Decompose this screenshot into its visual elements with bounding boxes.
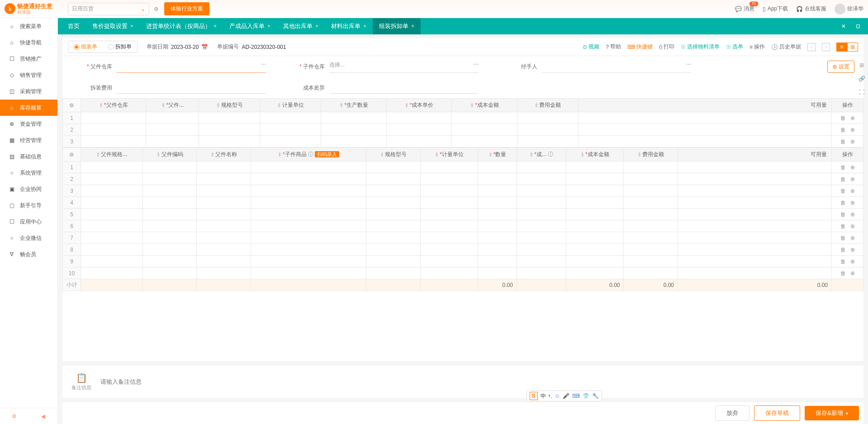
view-list-button[interactable]: ≡ (836, 43, 847, 52)
radio-assemble[interactable]: 组装单 (68, 41, 103, 52)
rail-link-icon[interactable]: 🔗 (857, 74, 866, 83)
cell[interactable] (624, 185, 678, 197)
cell[interactable] (366, 256, 420, 267)
lookup-icon[interactable]: ⋯ (261, 61, 266, 67)
sort-icon[interactable]: ▲▼ (405, 103, 409, 108)
cell[interactable] (566, 267, 624, 279)
th-可用量[interactable]: 可用量 (678, 148, 832, 162)
cell[interactable] (420, 256, 478, 267)
sidebar-item-14[interactable]: ∇畅会员 (0, 246, 57, 262)
cell[interactable] (81, 232, 143, 244)
sort-icon[interactable]: ▲▼ (157, 152, 161, 157)
cell[interactable] (81, 162, 143, 173)
header-gear-icon[interactable]: ⚙ (154, 6, 159, 12)
ime-voice-icon[interactable]: 🎤 (563, 393, 569, 399)
cell[interactable] (366, 197, 420, 209)
cell[interactable] (197, 162, 251, 173)
cell[interactable] (579, 136, 832, 148)
th-成...[interactable]: ▲▼*成... ⓘ (517, 148, 566, 162)
cell[interactable] (517, 244, 566, 256)
cell[interactable] (81, 209, 143, 220)
cell[interactable] (366, 209, 420, 220)
cell[interactable] (199, 124, 260, 136)
ime-lang-label[interactable]: 中 (541, 392, 546, 400)
table-row[interactable]: 7🗑⊕ (63, 232, 863, 244)
th-父件仓库[interactable]: ▲▼*父件仓库 (81, 99, 146, 112)
cell[interactable] (81, 197, 143, 209)
sort-icon[interactable]: ▲▼ (278, 152, 282, 157)
online-service-button[interactable]: 🎧 在线客服 (796, 5, 826, 13)
app-download-button[interactable]: ▯ App下载 (763, 5, 788, 13)
table-row[interactable]: 2🗑⊕ (63, 173, 863, 185)
cell[interactable] (420, 244, 478, 256)
lookup-icon[interactable]: ⋯ (686, 61, 691, 67)
th-费用金额[interactable]: ▲▼费用金额 (517, 99, 578, 112)
th-父件名称[interactable]: ▲▼父件名称 (197, 148, 251, 162)
table-row[interactable]: 2🗑⊕ (63, 124, 863, 136)
sidebar-item-3[interactable]: ◇销售管理 (0, 67, 57, 83)
sort-icon[interactable]: ▲▼ (534, 103, 538, 108)
cell[interactable] (566, 232, 624, 244)
th-父件...[interactable]: ▲▼*父件... (146, 99, 199, 112)
cell[interactable] (386, 124, 451, 136)
sort-icon[interactable]: ▲▼ (339, 103, 343, 108)
cell[interactable] (143, 173, 197, 185)
cell[interactable] (81, 244, 143, 256)
cell[interactable] (678, 220, 832, 232)
tab-3[interactable]: 产成品入库单× (223, 18, 277, 34)
sidebar-item-13[interactable]: ○企业微信 (0, 230, 57, 246)
tab-close-icon[interactable]: × (363, 23, 366, 29)
tab-6[interactable]: 组装拆卸单× (373, 18, 421, 34)
tab-close-icon[interactable]: × (213, 23, 217, 29)
sort-icon[interactable]: ▲▼ (637, 152, 641, 157)
cell[interactable] (566, 162, 624, 173)
cell[interactable] (81, 220, 143, 232)
category-dropdown[interactable]: 日用百货 ⌄ (68, 3, 149, 15)
cell[interactable] (452, 136, 517, 148)
cell[interactable] (260, 112, 321, 124)
copy-icon[interactable]: ⊕ (850, 164, 855, 171)
cell[interactable] (143, 220, 197, 232)
cell[interactable] (366, 244, 420, 256)
cell[interactable] (386, 112, 451, 124)
delete-icon[interactable]: 🗑 (840, 270, 846, 276)
date-value[interactable]: 2023-03-20 (171, 44, 199, 50)
delete-icon[interactable]: 🗑 (840, 176, 846, 182)
nav-prev-icon[interactable]: ‹ (807, 43, 816, 51)
tab-close-icon[interactable]: × (130, 23, 133, 29)
child-warehouse-input[interactable]: 选择...⋯ (329, 61, 479, 73)
table-row[interactable]: 10🗑⊕ (63, 267, 863, 279)
tab-close-icon[interactable]: × (267, 23, 270, 29)
copy-icon[interactable]: ⊕ (850, 176, 855, 182)
cell[interactable] (251, 220, 366, 232)
ime-tool-icon[interactable]: 🔧 (592, 393, 599, 399)
cell[interactable] (197, 197, 251, 209)
sort-icon[interactable]: ▲▼ (277, 103, 281, 108)
calendar-icon[interactable]: 📅 (201, 44, 208, 50)
cell[interactable] (81, 267, 143, 279)
cell[interactable] (420, 232, 478, 244)
cell[interactable] (321, 124, 386, 136)
cell[interactable] (366, 232, 420, 244)
cell[interactable] (566, 185, 624, 197)
table-row[interactable]: 5🗑⊕ (63, 209, 863, 220)
copy-icon[interactable]: ⊕ (850, 188, 855, 194)
cell[interactable] (452, 124, 517, 136)
cell[interactable] (81, 136, 146, 148)
cell[interactable] (517, 162, 566, 173)
cell[interactable] (678, 209, 832, 220)
th-操作[interactable]: 操作 (832, 99, 863, 112)
sort-icon[interactable]: ▲▼ (470, 103, 474, 108)
cell[interactable] (566, 209, 624, 220)
delete-icon[interactable]: 🗑 (840, 138, 846, 145)
delete-icon[interactable]: 🗑 (840, 223, 846, 229)
cell[interactable] (199, 112, 260, 124)
copy-icon[interactable]: ⊕ (850, 211, 855, 218)
cell[interactable] (566, 244, 624, 256)
cell[interactable] (143, 185, 197, 197)
cell[interactable] (366, 162, 420, 173)
ime-skin-icon[interactable]: 👕 (583, 393, 589, 399)
tab-2[interactable]: 进货单统计表（按商品）× (140, 18, 223, 34)
copy-icon[interactable]: ⊕ (850, 138, 855, 145)
sort-icon[interactable]: ▲▼ (210, 152, 214, 157)
